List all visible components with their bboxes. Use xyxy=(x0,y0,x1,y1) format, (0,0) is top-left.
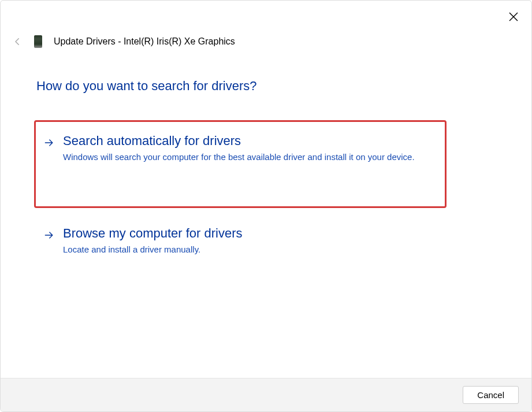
dialog-footer: Cancel xyxy=(1,378,531,411)
option-search-automatically[interactable]: Search automatically for drivers Windows… xyxy=(43,133,438,164)
arrow-right-icon xyxy=(43,229,55,243)
option-body: Search automatically for drivers Windows… xyxy=(63,133,415,164)
device-icon xyxy=(34,35,42,48)
back-button xyxy=(12,36,23,47)
option-body: Browse my computer for drivers Locate an… xyxy=(63,226,243,257)
cancel-button[interactable]: Cancel xyxy=(463,386,519,404)
close-button[interactable] xyxy=(506,9,521,24)
page-heading: How do you want to search for drivers? xyxy=(36,79,257,94)
arrow-left-icon xyxy=(12,36,23,47)
close-icon xyxy=(509,12,518,21)
option-title: Search automatically for drivers xyxy=(63,133,415,149)
option-description: Locate and install a driver manually. xyxy=(63,243,243,257)
arrow-right-icon xyxy=(43,137,55,151)
option-description: Windows will search your computer for th… xyxy=(63,151,415,164)
dialog-title: Update Drivers - Intel(R) Iris(R) Xe Gra… xyxy=(54,36,235,47)
dialog-header: Update Drivers - Intel(R) Iris(R) Xe Gra… xyxy=(12,35,235,48)
option-title: Browse my computer for drivers xyxy=(63,226,243,241)
option-browse-computer[interactable]: Browse my computer for drivers Locate an… xyxy=(43,226,266,257)
